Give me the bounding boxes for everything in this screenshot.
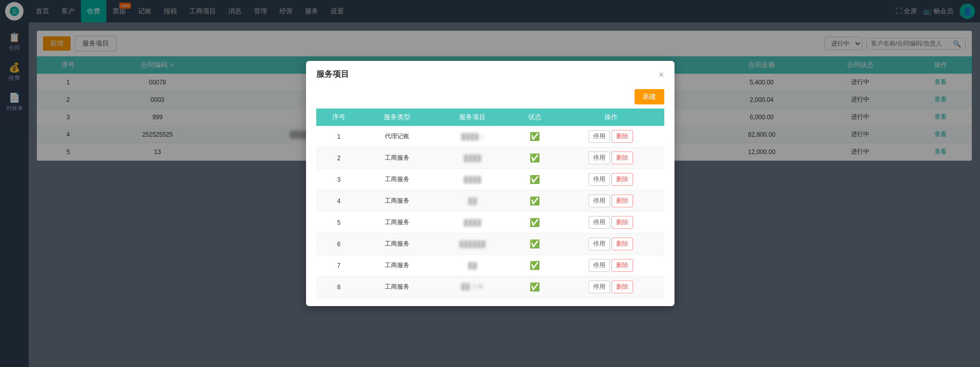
modal-table-row: 4 工商服务 ██ ✅ 停用 删除	[316, 190, 664, 212]
modal-table: 序号 服务类型 服务项目 状态 操作 1 代理记账 ████ 1 ✅ 停用 删除…	[316, 109, 664, 298]
delete-button[interactable]: 删除	[612, 173, 633, 186]
modal-table-row: 8 工商服务 ██ 注册 ✅ 停用 删除	[316, 276, 664, 298]
delete-button[interactable]: 删除	[612, 216, 633, 229]
status-check-icon: ✅	[530, 240, 540, 248]
delete-button[interactable]: 删除	[612, 280, 633, 293]
modal-col-action: 操作	[558, 109, 664, 126]
status-check-icon: ✅	[530, 283, 540, 291]
modal-title: 服务项目	[316, 69, 349, 80]
stop-button[interactable]: 停用	[589, 173, 610, 186]
modal-col-status: 状态	[512, 109, 558, 126]
status-check-icon: ✅	[530, 197, 540, 205]
modal-table-row: 5 工商服务 ████ ✅ 停用 删除	[316, 212, 664, 233]
status-check-icon: ✅	[530, 154, 540, 162]
status-check-icon: ✅	[530, 132, 540, 141]
stop-button[interactable]: 停用	[589, 280, 610, 293]
delete-button[interactable]: 删除	[612, 195, 633, 207]
modal-table-wrap: 序号 服务类型 服务项目 状态 操作 1 代理记账 ████ 1 ✅ 停用 删除…	[306, 109, 674, 306]
modal-col-item: 服务项目	[433, 109, 512, 126]
modal-table-row: 6 工商服务 ██████ ✅ 停用 删除	[316, 233, 664, 255]
modal-toolbar: 新建	[306, 85, 674, 109]
modal-col-type: 服务类型	[362, 109, 433, 126]
modal-overlay[interactable]: 服务项目 × 新建 序号 服务类型 服务项目 状态 操作 1 代理记账	[0, 0, 980, 367]
modal-create-button[interactable]: 新建	[635, 89, 664, 104]
service-modal: 服务项目 × 新建 序号 服务类型 服务项目 状态 操作 1 代理记账	[306, 61, 674, 306]
status-check-icon: ✅	[530, 218, 540, 227]
stop-button[interactable]: 停用	[589, 259, 610, 272]
modal-close-button[interactable]: ×	[659, 70, 664, 79]
modal-table-row: 3 工商服务 ████ ✅ 停用 删除	[316, 169, 664, 190]
stop-button[interactable]: 停用	[589, 195, 610, 207]
stop-button[interactable]: 停用	[589, 238, 610, 250]
stop-button[interactable]: 停用	[589, 130, 610, 143]
modal-col-index: 序号	[316, 109, 362, 126]
delete-button[interactable]: 删除	[612, 152, 633, 164]
modal-table-row: 7 工商服务 ██ ✅ 停用 删除	[316, 255, 664, 276]
modal-header: 服务项目 ×	[306, 61, 674, 85]
delete-button[interactable]: 删除	[612, 238, 633, 250]
modal-table-row: 1 代理记账 ████ 1 ✅ 停用 删除	[316, 126, 664, 147]
stop-button[interactable]: 停用	[589, 152, 610, 164]
modal-table-row: 2 工商服务 ████ ✅ 停用 删除	[316, 147, 664, 169]
delete-button[interactable]: 删除	[612, 259, 633, 272]
status-check-icon: ✅	[530, 261, 540, 270]
status-check-icon: ✅	[530, 175, 540, 184]
delete-button[interactable]: 删除	[612, 130, 633, 143]
stop-button[interactable]: 停用	[589, 216, 610, 229]
